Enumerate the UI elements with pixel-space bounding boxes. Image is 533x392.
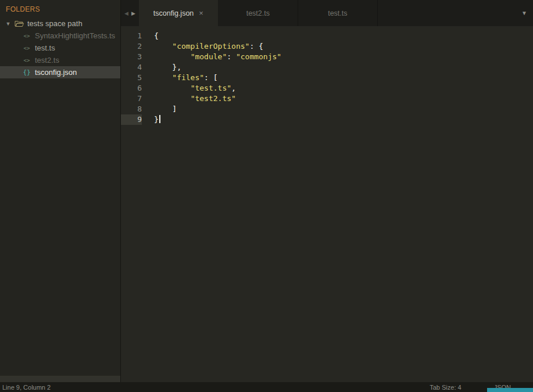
code-text: } [154, 114, 160, 125]
code-editor[interactable]: 1{2 "compilerOptions": {3 "module": "com… [121, 26, 533, 382]
tab-scroll-left-icon[interactable]: ◀ [124, 10, 128, 16]
string-token: "compilerOptions" [172, 42, 249, 51]
editor-group: ◀ ▶ tsconfig.json×test2.tstest.ts ▼ 1{2 … [121, 0, 533, 382]
tabs-container: tsconfig.json×test2.tstest.ts [139, 0, 378, 26]
file-name: tsconfig.json [35, 68, 77, 77]
chevron-down-icon[interactable]: ▼ [5, 21, 11, 27]
braces-file-icon: {} [22, 69, 31, 76]
sidebar-folder-tests-space-path[interactable]: ▼ tests space path [0, 17, 120, 30]
code-text: "test.ts", [154, 83, 236, 93]
string-token: "test2.ts" [191, 94, 236, 103]
cursor-position-status: Line 9, Column 2 [2, 384, 51, 391]
code-file-icon: <> [22, 33, 31, 39]
code-line[interactable]: 3 "module": "commonjs" [121, 52, 533, 62]
code-line[interactable]: 8 ] [121, 104, 533, 114]
tab-bar: ◀ ▶ tsconfig.json×test2.tstest.ts ▼ [121, 0, 533, 26]
punctuation-token: : [ [204, 73, 217, 82]
code-line[interactable]: 1{ [121, 31, 533, 41]
tab-overflow-icon[interactable]: ▼ [521, 10, 533, 16]
tab-label: tsconfig.json [153, 9, 194, 17]
code-text: "module": "commonjs" [154, 52, 281, 62]
tab-label: test.ts [328, 9, 347, 17]
string-token: "test.ts" [191, 84, 231, 92]
sidebar-file-list: <>SyntaxHightlightTests.ts<>test.ts<>tes… [0, 30, 120, 78]
code-text: "test2.ts" [154, 93, 236, 104]
content-area: FOLDERS ▼ tests space path <>SyntaxHight… [0, 0, 533, 382]
sidebar-item-tsconfig.json[interactable]: {}tsconfig.json [0, 66, 120, 78]
code-line[interactable]: 4 }, [121, 62, 533, 73]
sidebar-item-SyntaxHightlightTests.ts[interactable]: <>SyntaxHightlightTests.ts [0, 30, 120, 42]
line-number: 2 [121, 41, 142, 52]
tab-test2.ts[interactable]: test2.ts [219, 0, 298, 26]
string-token: "commonjs" [236, 52, 281, 61]
file-name: SyntaxHightlightTests.ts [35, 31, 115, 40]
code-line[interactable]: 6 "test.ts", [121, 83, 533, 93]
sidebar-item-test2.ts[interactable]: <>test2.ts [0, 54, 120, 66]
status-bar: Line 9, Column 2 Tab Size: 4 JSON [0, 382, 533, 392]
line-number: 6 [121, 83, 142, 93]
line-number: 7 [121, 93, 142, 104]
line-number: 9 [121, 114, 142, 125]
string-token: "module" [191, 52, 227, 61]
line-number: 4 [121, 62, 142, 73]
file-name: test2.ts [35, 56, 59, 64]
punctuation-token [154, 73, 172, 82]
tab-label: test2.ts [246, 9, 270, 17]
tab-tsconfig.json[interactable]: tsconfig.json× [139, 0, 219, 26]
punctuation-token: }, [154, 63, 181, 71]
status-accent-bar [487, 388, 533, 392]
sidebar-item-test.ts[interactable]: <>test.ts [0, 42, 120, 54]
folder-name: tests space path [27, 19, 83, 28]
text-cursor [159, 115, 160, 123]
folder-icon [15, 20, 24, 27]
tab-size-indicator[interactable]: Tab Size: 4 [430, 384, 461, 391]
code-text: ] [154, 104, 177, 114]
line-number: 8 [121, 104, 142, 114]
tab-nav-arrows: ◀ ▶ [121, 0, 139, 26]
sidebar-horizontal-scrollbar[interactable] [0, 376, 120, 382]
line-number: 5 [121, 73, 142, 83]
code-line[interactable]: 9} [121, 114, 533, 125]
punctuation-token [154, 42, 172, 51]
code-file-icon: <> [22, 57, 31, 63]
code-line[interactable]: 7 "test2.ts" [121, 93, 533, 104]
code-line[interactable]: 2 "compilerOptions": { [121, 41, 533, 52]
code-text: "compilerOptions": { [154, 41, 263, 52]
tab-scroll-right-icon[interactable]: ▶ [131, 10, 135, 16]
folders-header: FOLDERS [0, 0, 120, 17]
punctuation-token [154, 52, 191, 61]
punctuation-token: : [227, 52, 236, 61]
punctuation-token: ] [154, 105, 177, 113]
punctuation-token: } [154, 115, 159, 124]
tab-test.ts[interactable]: test.ts [298, 0, 378, 26]
app-window: FOLDERS ▼ tests space path <>SyntaxHight… [0, 0, 533, 392]
code-text: }, [154, 62, 181, 73]
sidebar: FOLDERS ▼ tests space path <>SyntaxHight… [0, 0, 121, 382]
code-text: "files": [ [154, 73, 218, 83]
punctuation-token [154, 94, 191, 103]
close-icon[interactable]: × [199, 9, 203, 17]
line-number: 3 [121, 52, 142, 62]
file-name: test.ts [35, 44, 55, 52]
line-number: 1 [121, 31, 142, 41]
code-area: 1{2 "compilerOptions": {3 "module": "com… [121, 31, 533, 125]
string-token: "files" [172, 73, 204, 82]
punctuation-token: { [154, 31, 159, 40]
code-line[interactable]: 5 "files": [ [121, 73, 533, 83]
code-file-icon: <> [22, 45, 31, 51]
punctuation-token [154, 84, 191, 92]
punctuation-token: , [231, 84, 236, 92]
code-text: { [154, 31, 159, 41]
punctuation-token: : { [249, 42, 263, 51]
